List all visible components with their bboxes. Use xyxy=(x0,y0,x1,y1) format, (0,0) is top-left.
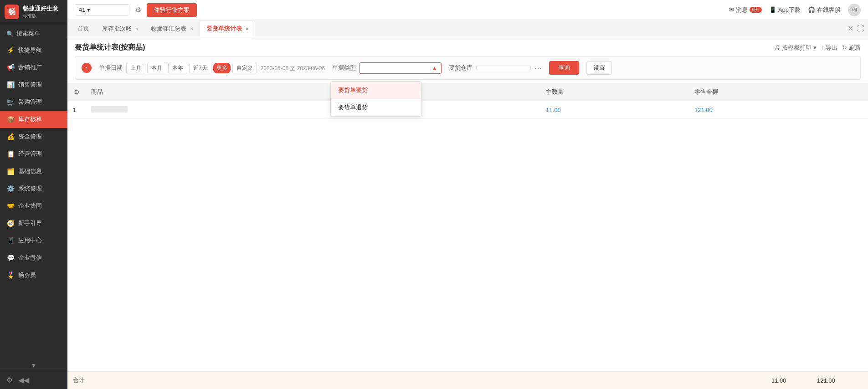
topbar-settings-icon[interactable]: ⚙ xyxy=(133,4,143,16)
dropdown-item-order-goods[interactable]: 要货单要货 xyxy=(331,82,421,99)
filter-expand-button[interactable]: › xyxy=(82,63,92,73)
sidebar-scroll-down[interactable]: ▼ xyxy=(0,360,67,371)
headset-icon: 🎧 xyxy=(808,6,815,13)
sidebar-item-system[interactable]: ⚙️ 系统管理 xyxy=(0,180,67,197)
amount-link[interactable]: 121.00 xyxy=(694,107,713,113)
sidebar-item-appstore[interactable]: 📱 应用中心 xyxy=(0,232,67,249)
operation-icon: 📋 xyxy=(6,150,15,158)
page-title: 要货单统计表(按商品) xyxy=(75,43,145,52)
tab-close-order-summary[interactable]: × xyxy=(246,26,248,31)
data-table: ⚙ 商品 主计量单位 主数量 零售金额 1 块 xyxy=(67,83,868,119)
enterprise-icon: 🤝 xyxy=(6,202,15,210)
sidebar-item-marketing[interactable]: 📢 营销推广 xyxy=(0,59,67,76)
table-header-product: 商品 xyxy=(86,83,331,101)
sidebar-collapse-icon[interactable]: ◀◀ xyxy=(18,376,29,384)
tab-receivable-summary[interactable]: 收发存汇总表 × xyxy=(144,20,199,37)
table-cell-index: 1 xyxy=(67,101,86,119)
type-select-chevron-icon: ▲ xyxy=(431,65,437,72)
sidebar-item-basic[interactable]: 🗂️ 基础信息 xyxy=(0,163,67,180)
refresh-icon: ↻ xyxy=(842,44,847,51)
query-button[interactable]: 查询 xyxy=(549,61,579,75)
date-btn-last-7days[interactable]: 近7天 xyxy=(189,63,211,73)
sidebar-item-purchase[interactable]: 🛒 采购管理 xyxy=(0,93,67,111)
dropdown-item-order-return[interactable]: 要货单退货 xyxy=(331,99,421,116)
table-footer: 合计 11.00 121.00 xyxy=(67,371,868,389)
date-btn-custom[interactable]: 自定义 xyxy=(232,63,257,73)
table-container: ⚙ 商品 主计量单位 主数量 零售金额 1 块 xyxy=(67,83,868,119)
topbar: 41 ▾ ⚙ 体验行业方案 ✉ 消息 99+ 📱 App下载 🎧 在线客服 Ri… xyxy=(67,0,868,20)
tab-close-inventory-batch[interactable]: × xyxy=(135,26,138,31)
app-logo: 畅 xyxy=(5,5,19,19)
product-placeholder xyxy=(91,106,128,113)
tab-close-all-icon[interactable]: ✕ xyxy=(847,24,853,33)
date-btn-more[interactable]: 更多 xyxy=(213,63,231,73)
sidebar-item-sales[interactable]: 📊 销售管理 xyxy=(0,76,67,93)
footer-amount-value: 121.00 xyxy=(817,377,863,384)
tab-expand-icon[interactable]: ⛶ xyxy=(857,25,864,33)
sidebar-item-search[interactable]: 🔍 搜索菜单 xyxy=(0,26,67,41)
avatar[interactable]: Rit xyxy=(848,4,861,16)
online-service-button[interactable]: 🎧 在线客服 xyxy=(808,6,841,14)
page-header: 要货单统计表(按商品) 🖨 按模板打印 ▾ ↑ 导出 ↻ 刷新 xyxy=(67,37,868,56)
sales-icon: 📊 xyxy=(6,81,15,89)
topbar-right: ✉ 消息 99+ 📱 App下载 🎧 在线客服 Rit xyxy=(729,4,861,16)
tab-close-receivable-summary[interactable]: × xyxy=(190,26,193,31)
trial-button[interactable]: 体验行业方案 xyxy=(147,3,197,17)
column-settings-icon[interactable]: ⚙ xyxy=(74,88,80,96)
date-btn-last-month[interactable]: 上月 xyxy=(126,63,145,73)
table-cell-product xyxy=(86,101,331,119)
sidebar-item-shortcut[interactable]: ⚡ 快捷导航 xyxy=(0,41,67,59)
refresh-button[interactable]: ↻ 刷新 xyxy=(842,44,861,52)
messages-button[interactable]: ✉ 消息 99+ xyxy=(729,6,762,14)
tab-inventory-batch[interactable]: 库存批次账 × xyxy=(96,20,144,37)
main-area: 41 ▾ ⚙ 体验行业方案 ✉ 消息 99+ 📱 App下载 🎧 在线客服 Ri… xyxy=(67,0,868,389)
page-content: 要货单统计表(按商品) 🖨 按模板打印 ▾ ↑ 导出 ↻ 刷新 › xyxy=(67,37,868,371)
filter-settings-button[interactable]: 设置 xyxy=(586,61,612,75)
date-range-display: 2023-05-06 至 2023-06-06 xyxy=(261,65,325,72)
system-icon: ⚙️ xyxy=(6,184,15,193)
message-icon: ✉ xyxy=(729,6,734,13)
sidebar-item-operation[interactable]: 📋 经营管理 xyxy=(0,145,67,163)
type-filter-group: 单据类型 ▲ xyxy=(332,62,442,74)
sidebar-item-finance[interactable]: 💰 资金管理 xyxy=(0,128,67,145)
tab-home[interactable]: 首页 xyxy=(71,20,96,37)
chevron-down-icon: ▾ xyxy=(87,6,90,13)
export-button[interactable]: ↑ 导出 xyxy=(821,44,838,52)
finance-icon: 💰 xyxy=(6,133,15,141)
member-icon: 🎖️ xyxy=(6,271,15,279)
sidebar-item-guide[interactable]: 🧭 新手引导 xyxy=(0,215,67,232)
table-header-quantity: 主数量 xyxy=(540,83,689,101)
warehouse-select-input[interactable] xyxy=(476,66,531,70)
sidebar-settings-icon[interactable]: ⚙ xyxy=(6,376,13,384)
printer-icon: 🖨 xyxy=(774,44,780,51)
store-selector[interactable]: 41 ▾ xyxy=(75,4,129,15)
table-row: 1 块 11.00 121.00 xyxy=(67,101,868,119)
sidebar-header: 畅 畅捷通好生意 标准版 xyxy=(0,0,67,24)
topbar-left: 41 ▾ ⚙ 体验行业方案 xyxy=(75,3,724,17)
sidebar-item-inventory[interactable]: 📦 库存核算 xyxy=(0,111,67,128)
print-chevron-icon: ▾ xyxy=(813,44,817,51)
app-download-button[interactable]: 📱 App下载 xyxy=(769,6,801,14)
appstore-icon: 📱 xyxy=(6,236,15,245)
warehouse-more-icon[interactable]: ⋯ xyxy=(534,64,542,72)
warehouse-filter-label: 要货仓库 xyxy=(449,64,473,72)
quantity-link[interactable]: 11.00 xyxy=(546,107,561,113)
footer-total-label: 合计 xyxy=(73,376,100,384)
date-btn-this-year[interactable]: 本年 xyxy=(168,63,187,73)
tab-order-summary[interactable]: 要货单统计表 × xyxy=(200,20,255,37)
page-actions: 🖨 按模板打印 ▾ ↑ 导出 ↻ 刷新 xyxy=(774,44,861,52)
type-select-input[interactable]: ▲ xyxy=(360,62,442,74)
print-template-button[interactable]: 🖨 按模板打印 ▾ xyxy=(774,44,817,52)
sidebar-item-member[interactable]: 🎖️ 畅会员 xyxy=(0,266,67,284)
sidebar-menu: 🔍 搜索菜单 ⚡ 快捷导航 📢 营销推广 📊 销售管理 🛒 采购管理 📦 库存核… xyxy=(0,24,67,360)
table-settings-header[interactable]: ⚙ xyxy=(67,83,86,101)
wechat-icon: 💬 xyxy=(6,254,15,262)
sidebar-item-wechat[interactable]: 💬 企业微信 xyxy=(0,249,67,266)
search-icon: 🔍 xyxy=(6,31,14,37)
date-btn-this-month[interactable]: 本月 xyxy=(147,63,166,73)
warehouse-filter-group: 要货仓库 ⋯ xyxy=(449,64,542,72)
footer-quantity-value: 11.00 xyxy=(771,377,817,384)
basic-icon: 🗂️ xyxy=(6,167,15,175)
table-header-amount: 零售金额 xyxy=(689,83,868,101)
sidebar-item-enterprise[interactable]: 🤝 企业协同 xyxy=(0,197,67,215)
